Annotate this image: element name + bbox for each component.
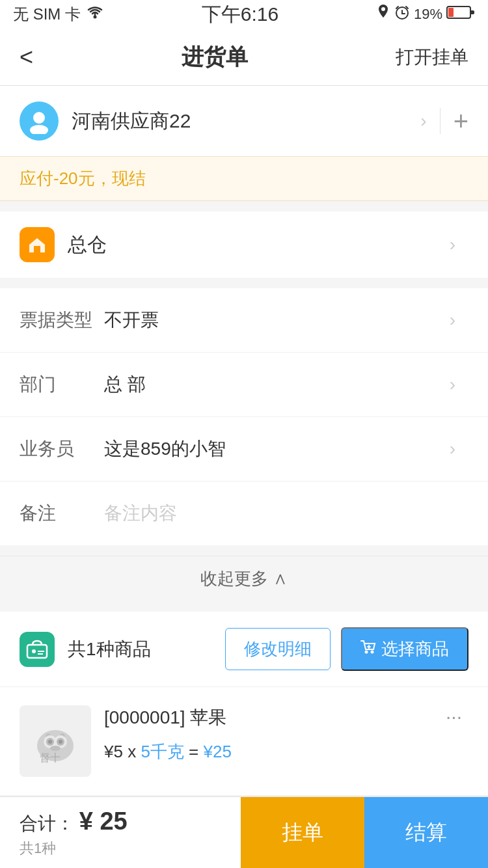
status-time: 下午6:16 bbox=[202, 1, 278, 28]
warehouse-row[interactable]: 总仓 › bbox=[0, 211, 488, 278]
edit-detail-button[interactable]: 修改明细 bbox=[225, 628, 331, 670]
svg-text:督十: 督十 bbox=[40, 752, 61, 763]
status-bar: 无 SIM 卡 下午6:16 19 bbox=[0, 0, 488, 29]
location-icon bbox=[376, 5, 390, 24]
svg-point-1 bbox=[381, 7, 385, 11]
total-sub: 共1种 bbox=[20, 839, 221, 858]
products-section: 共1种商品 修改明细 选择商品 bbox=[0, 612, 488, 796]
invoice-value: 不开票 bbox=[104, 308, 450, 332]
svg-point-0 bbox=[94, 16, 97, 19]
nav-bar: < 进货单 打开挂单 bbox=[0, 29, 488, 86]
svg-rect-8 bbox=[34, 246, 40, 252]
remark-row[interactable]: 备注 备注内容 bbox=[0, 481, 488, 545]
product-count: 共1种商品 bbox=[68, 637, 225, 662]
form-section: 票据类型 不开票 › 部门 总 部 › 业务员 这是859的小智 › 备注 备注… bbox=[0, 288, 488, 545]
bottom-bar: 合计： ¥ 25 共1种 挂单 结算 bbox=[0, 796, 488, 868]
alarm-icon bbox=[394, 5, 410, 24]
battery-icon bbox=[446, 5, 475, 23]
product-price-row: ¥5 x 5千克 = ¥25 bbox=[104, 740, 439, 763]
open-pending-button[interactable]: 打开挂单 bbox=[396, 45, 468, 70]
svg-rect-5 bbox=[471, 10, 474, 14]
dept-chevron-icon: › bbox=[450, 374, 455, 395]
svg-rect-4 bbox=[448, 8, 454, 17]
status-icons: 19% bbox=[376, 5, 475, 24]
collapse-label: 收起更多 ∧ bbox=[200, 567, 287, 590]
add-supplier-button[interactable]: + bbox=[454, 108, 468, 134]
supplier-row[interactable]: 河南供应商22 › + bbox=[0, 86, 488, 156]
product-more-button[interactable]: ··· bbox=[439, 705, 468, 727]
status-network: 无 SIM 卡 bbox=[13, 4, 104, 25]
svg-point-20 bbox=[48, 740, 52, 744]
cart-icon bbox=[360, 639, 376, 659]
product-total: ¥25 bbox=[204, 742, 232, 761]
staff-label: 业务员 bbox=[20, 437, 104, 461]
supplier-avatar bbox=[20, 102, 59, 141]
supplier-notice: 应付-20元，现结 bbox=[0, 156, 488, 201]
pending-button[interactable]: 挂单 bbox=[241, 797, 364, 868]
staff-chevron-icon: › bbox=[450, 439, 455, 459]
product-header: 共1种商品 修改明细 选择商品 bbox=[0, 612, 488, 687]
select-product-label: 选择商品 bbox=[381, 638, 449, 660]
remark-label: 备注 bbox=[20, 501, 104, 526]
checkout-button[interactable]: 结算 bbox=[364, 797, 488, 868]
warehouse-icon bbox=[20, 227, 55, 262]
back-button[interactable]: < bbox=[20, 44, 33, 71]
product-code: [0000001] bbox=[104, 707, 185, 727]
invoice-chevron-icon: › bbox=[450, 310, 455, 331]
total-label: 合计： bbox=[20, 813, 74, 834]
dept-row[interactable]: 部门 总 部 › bbox=[0, 352, 488, 416]
svg-point-22 bbox=[50, 746, 61, 751]
product-item: 督十 [0000001] 苹果 ¥5 x 5千克 = ¥25 ··· bbox=[0, 687, 488, 796]
svg-point-10 bbox=[32, 649, 36, 653]
equals-sign: = bbox=[189, 742, 203, 761]
page-title: 进货单 bbox=[182, 42, 248, 72]
svg-point-21 bbox=[59, 740, 62, 744]
product-thumbnail: 督十 bbox=[20, 705, 91, 777]
network-label: 无 SIM 卡 bbox=[13, 4, 81, 25]
supplier-chevron-icon: › bbox=[420, 111, 426, 131]
dept-value: 总 部 bbox=[104, 372, 450, 397]
product-icon bbox=[20, 632, 55, 667]
total-row: 合计： ¥ 25 bbox=[20, 807, 221, 836]
supplier-name: 河南供应商22 bbox=[72, 108, 420, 135]
dept-label: 部门 bbox=[20, 372, 104, 397]
product-quantity: 5千克 bbox=[141, 742, 183, 761]
invoice-label: 票据类型 bbox=[20, 308, 104, 332]
collapse-button[interactable]: 收起更多 ∧ bbox=[0, 556, 488, 601]
svg-point-7 bbox=[30, 125, 48, 134]
product-name: [0000001] 苹果 bbox=[104, 705, 439, 730]
svg-point-13 bbox=[365, 651, 368, 654]
multiply-sign: x bbox=[128, 742, 141, 761]
wifi-icon bbox=[86, 5, 104, 23]
divider bbox=[440, 108, 441, 134]
total-amount: ¥ 25 bbox=[79, 807, 128, 835]
remark-input[interactable]: 备注内容 bbox=[104, 501, 468, 526]
staff-value: 这是859的小智 bbox=[104, 437, 450, 461]
invoice-type-row[interactable]: 票据类型 不开票 › bbox=[0, 288, 488, 352]
product-title: 苹果 bbox=[190, 707, 226, 727]
battery-percentage: 19% bbox=[414, 6, 442, 23]
svg-point-14 bbox=[371, 651, 374, 654]
warehouse-section: 总仓 › bbox=[0, 211, 488, 278]
product-info: [0000001] 苹果 ¥5 x 5千克 = ¥25 bbox=[104, 705, 439, 763]
svg-point-6 bbox=[33, 112, 45, 124]
supplier-section: 河南供应商22 › + 应付-20元，现结 bbox=[0, 86, 488, 201]
warehouse-name: 总仓 bbox=[68, 232, 450, 258]
total-section: 合计： ¥ 25 共1种 bbox=[0, 797, 241, 868]
unit-price: ¥5 bbox=[104, 742, 123, 761]
select-product-button[interactable]: 选择商品 bbox=[341, 627, 468, 671]
warehouse-chevron-icon: › bbox=[450, 234, 455, 255]
staff-row[interactable]: 业务员 这是859的小智 › bbox=[0, 416, 488, 481]
